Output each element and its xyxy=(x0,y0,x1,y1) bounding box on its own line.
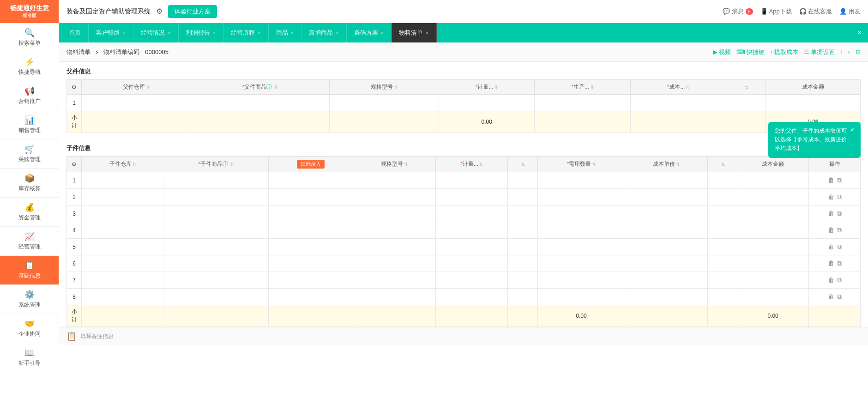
col-sort-icon[interactable]: ⇅ xyxy=(394,85,398,90)
copy-icon[interactable]: ⧉ xyxy=(837,293,842,301)
extract-cost-btn[interactable]: ↑ 提取成本 xyxy=(770,48,799,56)
child-warehouse-cell[interactable] xyxy=(82,172,164,189)
tab-profit[interactable]: 利润报告 × xyxy=(179,23,223,42)
copy-icon[interactable]: ⧉ xyxy=(837,243,842,251)
child-qty-cell[interactable] xyxy=(537,272,625,289)
shortcut-btn[interactable]: ⌨ 快捷键 xyxy=(736,48,765,56)
delete-icon[interactable]: 🗑 xyxy=(828,276,834,284)
child-spec-cell[interactable] xyxy=(353,239,436,255)
child-unit-price-cell[interactable] xyxy=(625,289,708,305)
child-spec-cell[interactable] xyxy=(353,289,436,305)
tab-customer[interactable]: 客户联络 × xyxy=(89,23,133,42)
child-unit-price-cell[interactable] xyxy=(625,206,708,222)
child-spec-cell[interactable] xyxy=(353,206,436,222)
child-unit-cell[interactable] xyxy=(435,172,507,189)
sidebar-item-sales[interactable]: 📊 销售管理 xyxy=(0,110,59,139)
child-unit-cell[interactable] xyxy=(435,255,507,272)
header-settings-icon[interactable]: ⚙ xyxy=(156,7,163,16)
copy-icon[interactable]: ⧉ xyxy=(837,193,842,201)
parent-spec-cell[interactable] xyxy=(330,95,439,111)
child-qty-cell[interactable] xyxy=(537,189,625,206)
child-spec-cell[interactable] xyxy=(353,255,436,272)
user-menu[interactable]: 👤 用友 xyxy=(839,7,861,16)
child-goods-cell[interactable] xyxy=(164,289,268,305)
child-goods-cell[interactable] xyxy=(164,272,268,289)
col-sort-icon[interactable]: ⇅ xyxy=(592,162,596,167)
nav-next-btn[interactable]: › xyxy=(848,48,850,55)
child-goods-cell[interactable] xyxy=(164,255,268,272)
child-warehouse-cell[interactable] xyxy=(82,239,164,255)
sidebar-item-inventory[interactable]: 📦 库存核算 xyxy=(0,169,59,198)
delete-icon[interactable]: 🗑 xyxy=(828,226,834,234)
child-warehouse-cell[interactable] xyxy=(82,222,164,239)
child-unit-price-cell[interactable] xyxy=(625,272,708,289)
tab-home[interactable]: 首页 xyxy=(61,23,89,42)
sidebar-item-finance[interactable]: 💰 资金管理 xyxy=(0,198,59,227)
child-unit-cell[interactable] xyxy=(435,272,507,289)
child-qty-cell[interactable] xyxy=(537,239,625,255)
delete-icon[interactable]: 🗑 xyxy=(828,193,834,201)
tab-bom[interactable]: 物料清单 × xyxy=(392,23,436,42)
parent-cost-cell[interactable] xyxy=(630,95,726,111)
child-qty-cell[interactable] xyxy=(537,255,625,272)
child-unit-cell[interactable] xyxy=(435,189,507,206)
col-sort-icon[interactable]: ⇅ xyxy=(494,85,498,90)
child-unit-price-cell[interactable] xyxy=(625,222,708,239)
copy-icon[interactable]: ⧉ xyxy=(837,176,842,184)
child-spec-cell[interactable] xyxy=(353,172,436,189)
notes-hint[interactable]: 填写备注信息 xyxy=(80,333,114,340)
child-col-gear[interactable]: ⚙ xyxy=(67,157,82,172)
tab-history-close[interactable]: × xyxy=(258,30,260,36)
child-goods-cell[interactable] xyxy=(164,189,268,206)
child-warehouse-cell[interactable] xyxy=(82,289,164,305)
child-qty-cell[interactable] xyxy=(537,172,625,189)
col-sort-icon[interactable]: ⇅ xyxy=(479,162,483,167)
copy-icon[interactable]: ⧉ xyxy=(837,276,842,284)
child-spec-cell[interactable] xyxy=(353,272,436,289)
col-sort-icon[interactable]: ⇅ xyxy=(590,85,594,90)
view-video-btn[interactable]: ▶ 视频 xyxy=(713,48,731,56)
child-goods-cell[interactable] xyxy=(164,172,268,189)
sidebar-item-purchase[interactable]: 🛒 采购管理 xyxy=(0,139,59,169)
sidebar-item-cooperation[interactable]: 🤝 企业协同 xyxy=(0,314,59,343)
parent-unit-cell[interactable] xyxy=(439,95,534,111)
tab-add-goods[interactable]: 新增商品 × xyxy=(301,23,346,42)
breadcrumb-bom[interactable]: 物料清单 xyxy=(66,48,90,56)
tab-barcode[interactable]: 条码方案 × xyxy=(347,23,392,42)
child-warehouse-cell[interactable] xyxy=(82,206,164,222)
sidebar-item-guide[interactable]: 📖 新手引导 xyxy=(0,343,59,372)
tab-operations-close[interactable]: × xyxy=(168,30,170,36)
tab-operations[interactable]: 经营情况 × xyxy=(133,23,178,42)
child-spec-cell[interactable] xyxy=(353,222,436,239)
child-unit-price-cell[interactable] xyxy=(625,172,708,189)
parent-col-gear[interactable]: ⚙ xyxy=(67,80,82,95)
copy-icon[interactable]: ⧉ xyxy=(837,260,842,267)
child-goods-cell[interactable] xyxy=(164,206,268,222)
single-setting-btn[interactable]: ☰ 单据设置 xyxy=(804,48,835,56)
online-service-link[interactable]: 🎧 在线客服 xyxy=(799,7,832,16)
sidebar-item-search[interactable]: 🔍 搜索菜单 xyxy=(0,23,59,52)
tab-goods-close[interactable]: × xyxy=(291,30,294,36)
tab-history[interactable]: 经营历程 × xyxy=(223,23,268,42)
child-warehouse-cell[interactable] xyxy=(82,189,164,206)
child-goods-cell[interactable] xyxy=(164,222,268,239)
child-qty-cell[interactable] xyxy=(537,222,625,239)
parent-goods-cell[interactable] xyxy=(191,95,329,111)
child-qty-cell[interactable] xyxy=(537,289,625,305)
child-unit-cell[interactable] xyxy=(435,239,507,255)
delete-icon[interactable]: 🗑 xyxy=(828,243,834,251)
col-sort-icon[interactable]: ⇅ xyxy=(133,162,136,167)
delete-icon[interactable]: 🗑 xyxy=(828,176,834,184)
child-goods-cell[interactable] xyxy=(164,239,268,255)
col-sort-icon[interactable]: ⇅ xyxy=(274,85,278,90)
scan-input-btn[interactable]: 扫码录入 xyxy=(297,160,325,169)
delete-icon[interactable]: 🗑 xyxy=(828,210,834,218)
message-area[interactable]: 💬 消息 6 xyxy=(723,7,753,16)
sidebar-item-quick-nav[interactable]: ⚡ 快捷导航 xyxy=(0,52,59,81)
sidebar-item-basic-info[interactable]: 📋 基础信息 xyxy=(0,256,59,285)
child-spec-cell[interactable] xyxy=(353,189,436,206)
tab-barcode-close[interactable]: × xyxy=(381,30,384,36)
child-unit-cell[interactable] xyxy=(435,206,507,222)
copy-icon[interactable]: ⧉ xyxy=(837,226,842,234)
child-unit-cell[interactable] xyxy=(435,289,507,305)
